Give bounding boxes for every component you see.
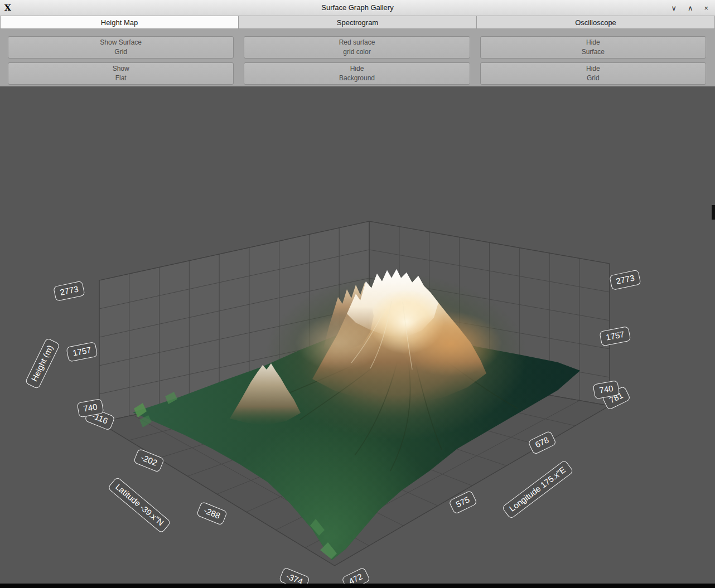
button-label: Background — [339, 74, 375, 83]
height-map-panel: Show Surface Grid Red surface grid color… — [0, 29, 715, 588]
toolbar: Show Surface Grid Red surface grid color… — [8, 36, 706, 85]
button-label: Grid — [114, 47, 127, 57]
maximize-window-icon[interactable]: ∧ — [688, 4, 693, 12]
button-label: grid color — [343, 47, 370, 57]
hide-surface-button[interactable]: Hide Surface — [480, 36, 706, 59]
tab-height-map[interactable]: Height Map — [0, 16, 239, 29]
button-label: Hide — [586, 64, 600, 74]
tab-spectrogram[interactable]: Spectrogram — [238, 16, 477, 29]
show-flat-button[interactable]: Show Flat — [8, 62, 234, 85]
button-label: Surface — [582, 47, 605, 57]
tab-oscilloscope[interactable]: Oscilloscope — [476, 16, 715, 29]
tab-bar: Height Map Spectrogram Oscilloscope — [0, 16, 715, 29]
button-label: Show Surface — [100, 38, 142, 47]
toolbar-row-2: Show Flat Hide Background Hide Grid — [8, 62, 706, 85]
button-label: Grid — [587, 74, 600, 83]
surface-graph-view[interactable]: 2773 1757 -116 740 2773 1757 781 740 -20… — [0, 86, 715, 584]
toolbar-row-1: Show Surface Grid Red surface grid color… — [8, 36, 706, 59]
hide-background-button[interactable]: Hide Background — [244, 62, 470, 85]
shade-window-icon[interactable]: ∨ — [671, 4, 677, 12]
hide-grid-button[interactable]: Hide Grid — [480, 62, 706, 85]
button-label: Hide — [586, 38, 600, 47]
button-label: Red surface — [339, 38, 375, 47]
window-edge-notch — [712, 205, 715, 220]
button-label: Flat — [115, 74, 127, 83]
window-title: Surface Graph Gallery — [0, 0, 715, 16]
titlebar: X Surface Graph Gallery ∨ ∧ × — [0, 0, 715, 16]
button-label: Show — [113, 64, 129, 74]
button-label: Hide — [350, 64, 364, 74]
surface-grid-color-button[interactable]: Red surface grid color — [244, 36, 470, 59]
window-controls: ∨ ∧ × — [671, 0, 708, 16]
show-surface-grid-button[interactable]: Show Surface Grid — [8, 36, 234, 59]
close-window-icon[interactable]: × — [704, 4, 708, 12]
bottom-black-bar — [0, 584, 715, 588]
